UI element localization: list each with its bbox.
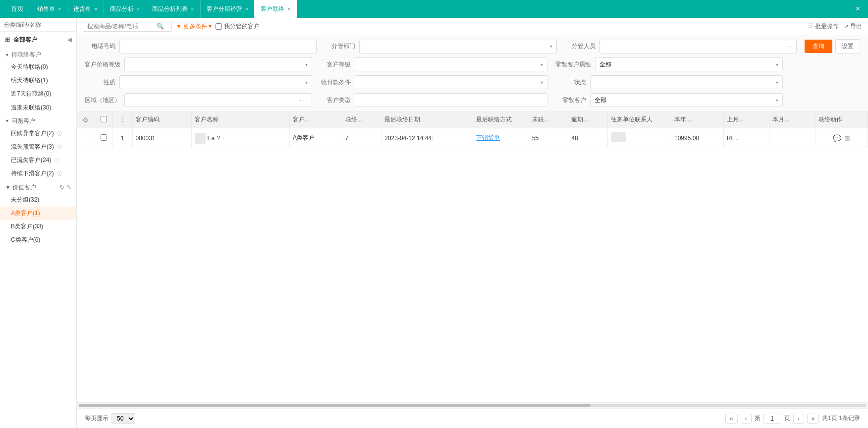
col-overdue-header: 逾期... [568,111,607,128]
phone-input[interactable] [119,40,317,54]
region-input[interactable]: ··· [124,93,312,107]
close-all-tabs[interactable]: × [852,4,864,13]
my-customers-checkbox-container[interactable]: 我分管的客户 [216,22,260,31]
section-problem-customers[interactable]: ▼ 问题客户 [0,114,76,127]
col-this-month-header: 本月... [769,111,815,128]
qr-icon[interactable]: ⊞ [844,134,850,142]
close-customer-tier-tab[interactable]: × [245,6,248,12]
price-level-label: 客户价格等级 [85,60,124,69]
price-level-arrow: ▾ [305,62,308,67]
nature-select[interactable]: ▾ [119,75,312,89]
retail-attr-select[interactable]: 全部 ▾ [595,57,783,71]
dept-label: 分管部门 [325,42,359,51]
sidebar-search-container: 🔍 [0,18,76,32]
sidebar-item-class-b[interactable]: B类客户(33) [0,220,76,233]
sidebar-item-7days-pending[interactable]: 近7天待联络(0) [0,87,76,101]
edit-icon[interactable]: ✎ [66,184,71,191]
status-select[interactable]: ▾ [590,75,783,89]
row-contact-cell: 7 [342,128,381,148]
row-checkbox[interactable] [101,134,107,141]
col-last-month-header: 上月... [723,111,769,128]
value-section-icons[interactable]: ↻ ✎ [59,184,71,191]
sidebar-item-tomorrow-pending[interactable]: 明天待联络(1) [0,74,76,87]
settings-button[interactable]: 设置 [835,39,860,54]
my-customers-checkbox[interactable] [216,23,222,30]
section-value-customers: ▼ 价值客户 ↻ ✎ [0,181,76,193]
refresh-icon[interactable]: ↻ [59,184,64,191]
select-all-checkbox[interactable] [101,116,107,122]
content-area: 🔍 ▼ 更多条件 ▾ 我分管的客户 ☰ 批量操作 ↗ 导出 [77,18,868,428]
filter-pay-condition: 收付款条件 ▾ [320,75,547,89]
tab-sales[interactable]: 销售单 × [31,0,67,18]
price-level-select[interactable]: ▾ [124,57,312,71]
filter-nature: 性质 ▾ [85,75,312,89]
filter-customer-level: 客户等级 ▾ [320,57,547,71]
region-label: 区域（地区） [85,96,124,105]
arrow-value: ▼ [5,184,11,191]
col-num-header: : [112,111,132,128]
dept-select[interactable]: ▾ [359,40,556,54]
person-input[interactable]: ··· [599,40,797,54]
export-btn[interactable]: ↗ 导出 [844,22,862,31]
customer-type-input[interactable] [355,93,547,107]
collapse-icon[interactable]: ◀ [67,37,71,43]
close-product-analysis-list-tab[interactable]: × [191,6,194,12]
row-checkbox-cell [95,128,112,148]
last-method-link[interactable]: 下销货单 [476,134,500,141]
sidebar-item-declining[interactable]: 持续下滑客户(2) ⓘ [0,167,76,180]
tab-customer-contact[interactable]: 客户联络 × [254,0,296,18]
page-size-select[interactable]: 50 [111,413,135,424]
sidebar-item-churned[interactable]: 已流失客户(24) ⓘ [0,154,76,167]
all-customers-item[interactable]: ⊞ 全部客户 ◀ [0,32,76,48]
row-method-cell: 下销货单 [473,128,529,148]
tab-customer-tier[interactable]: 客户分层经营 × [200,0,254,18]
scroll-thumb[interactable] [79,404,591,407]
unit-contact-avatar [611,132,626,142]
region-more-icon: ··· [300,97,308,104]
home-tab[interactable]: 首页 [4,0,31,18]
arrow-pending: ▼ [5,53,9,57]
chevron-down-icon: ▾ [209,23,212,30]
close-sales-tab[interactable]: × [58,6,61,12]
first-page-btn[interactable]: « [725,414,738,424]
filter-icon: ▼ [176,23,182,30]
close-purchase-tab[interactable]: × [94,6,97,12]
sidebar-search-input[interactable] [4,21,77,28]
sidebar-item-unclassified[interactable]: 未分组(32) [0,193,76,207]
section-pending-contact[interactable]: ▼ 待联络客户 [0,48,76,60]
status-arrow: ▾ [776,80,778,85]
page-number-input[interactable] [763,414,781,424]
customer-type-label: 客户类型 [320,96,355,105]
close-product-analysis-tab[interactable]: × [137,6,140,12]
batch-operation-btn[interactable]: ☰ 批量操作 [808,22,839,31]
table-settings-icon[interactable]: ⚙ [82,116,89,124]
sidebar-item-overdue-pending[interactable]: 逾期未联络(30) [0,101,76,114]
pay-condition-select[interactable]: ▾ [355,75,547,89]
chat-icon[interactable]: 💬 [833,134,841,142]
sidebar-item-class-c[interactable]: C类客户(6) [0,233,76,247]
sidebar-item-today-pending[interactable]: 今天待联络(0) [0,60,76,74]
search-box: 🔍 [83,21,172,32]
search-icon[interactable]: 🔍 [157,23,164,30]
tab-product-analysis[interactable]: 商品分析 × [104,0,146,18]
customers-table: ⚙ : 客户编码 客户名称 客户... 联络... 最后联络日期 最后联络方式 … [77,111,868,148]
tab-product-analysis-list[interactable]: 商品分析列表 × [146,0,200,18]
query-button[interactable]: 查询 [805,40,832,53]
sidebar-item-class-a[interactable]: A类客户(1) [0,207,76,220]
prev-page-btn[interactable]: ‹ [741,414,752,424]
filter-status: 状态 ▾ [555,75,783,89]
retail-select[interactable]: 全部 ▾ [590,93,783,107]
search-input[interactable] [87,23,157,30]
customer-level-select[interactable]: ▾ [355,57,547,71]
last-page-btn[interactable]: » [807,414,819,424]
close-customer-contact-tab[interactable]: × [287,6,290,12]
row-this-year-cell: 10995.00 [671,128,723,148]
tab-purchase[interactable]: 进货单 × [67,0,103,18]
more-conditions-btn[interactable]: ▼ 更多条件 ▾ [176,22,212,31]
col-type-header: 客户... [290,111,342,128]
filter-price-level: 客户价格等级 ▾ [85,57,312,71]
next-page-btn[interactable]: › [793,414,804,424]
horizontal-scroll-bar[interactable] [77,402,868,408]
sidebar-item-repurchase-abnormal[interactable]: 回购异常客户(2) ⓘ [0,127,76,140]
sidebar-item-churn-warning[interactable]: 流失预警客户(3) ⓘ [0,140,76,154]
